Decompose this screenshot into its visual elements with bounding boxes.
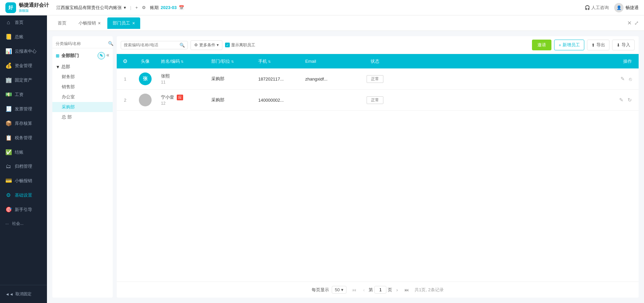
sidebar-item-label: 发票管理	[15, 106, 32, 112]
page-number-input[interactable]	[374, 286, 386, 294]
import-button[interactable]: ⬇ 导入	[612, 40, 635, 50]
tab-expense-close[interactable]: ×	[98, 21, 101, 26]
prev-page-button[interactable]: ‹	[361, 286, 368, 294]
tab-home[interactable]: 首页	[52, 17, 72, 29]
sidebar-item-funds[interactable]: 💰 资金管理	[0, 58, 47, 73]
show-inactive-checkbox[interactable]	[225, 43, 230, 47]
invite-button[interactable]: 邀请	[532, 40, 551, 50]
sidebar-item-ledger[interactable]: 📒 总账	[0, 30, 47, 44]
sidebar-item-label: 总账	[15, 34, 23, 40]
pin-icon: ◄◄	[5, 292, 13, 297]
expand-tab-button[interactable]: ⤢	[634, 20, 639, 26]
sidebar-item-reports[interactable]: 📊 云报表中心	[0, 44, 47, 58]
close-tab-button[interactable]: ✕	[627, 20, 632, 26]
dept-child-sales[interactable]: 销售部	[52, 82, 113, 92]
col-avatar-header: 头像	[133, 54, 157, 68]
employee-tbody: 1 张 张熙 11 采购部 187202117... zha	[117, 68, 639, 111]
expense-icon: 💳	[5, 178, 11, 184]
archive-icon: 🗂	[5, 163, 11, 169]
page-nav: ⏮ ‹ 第 页 › ⏭	[349, 286, 412, 294]
sidebar-item-salary[interactable]: 💵 工资	[0, 87, 47, 102]
app-name: 畅捷通好会计	[19, 2, 49, 8]
next-page-button[interactable]: ›	[393, 286, 400, 294]
dept-child-purchasing[interactable]: 采购部	[52, 102, 113, 112]
sidebar-item-more[interactable]: ··· 社会...	[0, 217, 47, 231]
dept-child-office[interactable]: 办公室	[52, 92, 113, 102]
sidebar-item-settings[interactable]: ⚙ 基础设置	[0, 188, 47, 202]
sidebar-item-expense[interactable]: 💳 小畅报销	[0, 173, 47, 188]
employee-search-input[interactable]	[124, 43, 177, 47]
grid-icon: ⊞	[56, 53, 59, 58]
page-size-value: 50	[335, 287, 339, 292]
col-action-header: 操作	[395, 54, 639, 68]
table-row: 2 宁小壹 应 12	[117, 90, 639, 111]
row-dept: 采购部	[207, 68, 254, 90]
cancel-fixed-button[interactable]: ◄◄ 取消固定	[0, 288, 47, 300]
sidebar-item-label: 小畅报销	[15, 178, 32, 184]
guide-icon: 🎯	[5, 206, 11, 213]
show-inactive-toggle[interactable]: 显示离职员工	[225, 42, 255, 48]
table-settings-icon[interactable]: ⚙	[123, 58, 127, 64]
row-name: 宁小壹 应 12	[157, 90, 207, 111]
dept-panel: 🔍 ⊞ 全部部门 ✎ « ▼ 总部	[52, 36, 113, 298]
add-tab-button[interactable]: +	[135, 5, 138, 10]
settings-button[interactable]: ⚙	[142, 5, 146, 10]
edit-button[interactable]: ✎	[621, 76, 625, 82]
dept-child-general[interactable]: 总 部	[52, 112, 113, 122]
sidebar-item-assets[interactable]: 🏢 固定资产	[0, 73, 47, 87]
first-page-button[interactable]: ⏮	[349, 286, 359, 294]
user-name: 畅捷通	[626, 5, 639, 11]
status-badge: 正常	[367, 75, 383, 83]
user-area[interactable]: 👤 畅捷通	[614, 3, 639, 12]
pagination-bar: 每页显示 50 ▾ ⏮ ‹ 第 页 › ⏭ 共1页, 2条记录	[117, 282, 639, 298]
sidebar-item-inventory[interactable]: 📦 库存核算	[0, 116, 47, 131]
logout-button[interactable]: ⎋	[629, 76, 632, 82]
dept-tree: ⊞ 全部部门 ✎ « ▼ 总部 财务部	[52, 50, 113, 295]
sidebar-item-archive[interactable]: 🗂 归档管理	[0, 159, 47, 173]
sidebar-item-close-accounts[interactable]: ✅ 结账	[0, 145, 47, 159]
salary-icon: 💵	[5, 91, 11, 98]
last-page-button[interactable]: ⏭	[402, 286, 412, 294]
settings-icon: ⚙	[5, 192, 11, 198]
home-icon: ⌂	[5, 19, 11, 26]
sidebar-item-guide[interactable]: 🎯 新手引导	[0, 202, 47, 217]
dept-all-button[interactable]: ⊞ 全部部门 ✎ «	[52, 50, 113, 62]
delete-button[interactable]: ↻	[628, 97, 632, 103]
filter-button[interactable]: ⚙ 更多条件 ▾	[191, 40, 222, 50]
sidebar: ⌂ 首页 📒 总账 📊 云报表中心 💰 资金管理 🏢 固定资产 💵 工资 🧾 发…	[0, 15, 47, 303]
edit-button[interactable]: ✎	[619, 97, 624, 103]
dept-group-header[interactable]: ▼ 总部	[52, 62, 113, 72]
company-selector[interactable]: 江西服宝精品有限责任公司内账张 ▾	[56, 5, 126, 11]
sidebar-item-label: 首页	[15, 19, 23, 26]
export-button[interactable]: ⬆ 导出	[587, 40, 609, 50]
collapse-dept-button[interactable]: «	[106, 52, 109, 59]
tab-employee[interactable]: 部门员工 ×	[107, 17, 140, 29]
user-avatar: 👤	[614, 3, 624, 12]
tab-employee-close[interactable]: ×	[132, 21, 135, 26]
search-icon[interactable]: 🔍	[179, 43, 185, 48]
avatar-circle	[139, 94, 152, 106]
employee-panel: 🔍 ⚙ 更多条件 ▾ 显示离职员工 邀请 +	[117, 36, 639, 298]
sidebar-item-label: 资金管理	[15, 63, 32, 69]
page-size-select[interactable]: 50 ▾	[332, 286, 346, 294]
page-total: 共1页, 2条记录	[415, 287, 444, 293]
table-head: ⚙ 头像 姓名/编码⇅ 部门/职位⇅ 手机⇅	[117, 54, 639, 68]
sidebar-item-invoice[interactable]: 🧾 发票管理	[0, 102, 47, 116]
tab-expense[interactable]: 小畅报销 ×	[73, 17, 106, 29]
dept-search-icon[interactable]: 🔍	[108, 41, 113, 46]
add-employee-button[interactable]: + 新增员工	[554, 40, 584, 50]
dept-group-headquarters: ▼ 总部 财务部 销售部 办公室 采购部	[52, 62, 113, 122]
sidebar-item-tax[interactable]: 📋 税务管理	[0, 131, 47, 145]
import-icon: ⬇	[616, 43, 620, 48]
calendar-icon[interactable]: 📅	[179, 5, 184, 10]
sidebar-item-label: 社会...	[12, 221, 23, 226]
dept-child-finance[interactable]: 财务部	[52, 72, 113, 82]
add-dept-button[interactable]: ✎	[98, 52, 105, 59]
dept-search-input[interactable]	[56, 41, 106, 46]
sidebar-item-home[interactable]: ⌂ 首页	[0, 15, 47, 30]
header-sep: |	[130, 5, 131, 10]
sidebar-item-label: 归档管理	[15, 163, 32, 169]
headset-icon: 🎧	[585, 5, 590, 10]
dept-all-actions: ✎ «	[98, 52, 109, 59]
service-button[interactable]: 🎧 人工咨询	[585, 5, 609, 11]
